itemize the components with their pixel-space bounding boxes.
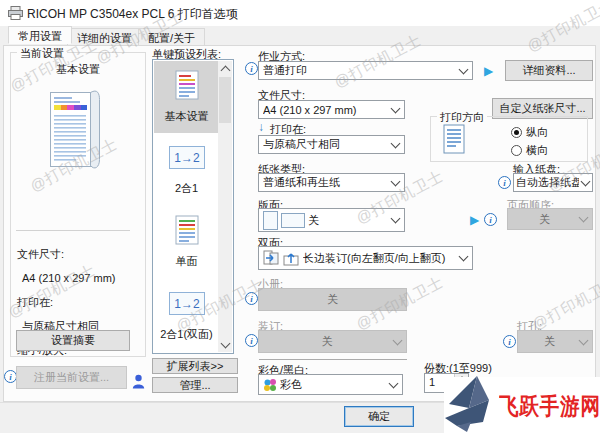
one-click-preset-list[interactable]: 基本设置 1→2 2合1 单面 1→2 2合1(双面) (152, 59, 234, 354)
ok-button[interactable]: 确定 (344, 406, 414, 427)
scroll-up-button[interactable] (218, 61, 232, 76)
1-to-2-icon: 1→2 (169, 292, 205, 315)
document-color-icon (175, 70, 199, 100)
settings-summary-button[interactable]: 设置摘要 (16, 330, 130, 351)
document-size-select[interactable]: A4 (210 x 297 mm) (258, 100, 405, 119)
play-arrow-icon: ▶ (484, 65, 493, 77)
job-type-select[interactable]: 普通打印 (258, 61, 473, 80)
info-icon[interactable]: i (503, 335, 516, 348)
radio-portrait-label: 纵向 (526, 125, 548, 140)
preset-item-single-sided[interactable]: 单面 (154, 206, 219, 278)
chevron-down-icon (391, 138, 401, 148)
divider (16, 230, 130, 231)
radio-dot (511, 145, 522, 156)
punch-select[interactable]: 关 (517, 330, 593, 353)
document-preview-image (40, 88, 110, 174)
staple-select[interactable]: 关 (258, 330, 407, 353)
scrollbar-thumb[interactable] (219, 77, 231, 123)
chevron-down-icon (579, 335, 589, 345)
input-tray-select[interactable]: 自动选择纸盘 (513, 173, 593, 192)
booklet-value: 关 (263, 292, 402, 307)
chevron-down-icon (581, 176, 591, 186)
duplex-select[interactable]: 长边装订(向左翻页/向上翻页) (258, 246, 473, 270)
scroll-down-button[interactable] (218, 337, 232, 352)
expand-list-button[interactable]: 扩展列表>> (152, 358, 238, 374)
current-preset-name: 基本设置 (10, 62, 146, 77)
radio-dot (511, 127, 522, 138)
color-dots-icon (263, 378, 277, 392)
tab-detailed-settings[interactable]: 详细的设置 (67, 28, 142, 46)
info-icon[interactable]: i (245, 292, 258, 305)
info-icon[interactable]: i (498, 176, 511, 189)
summary-doc-size-label: 文件尺寸: (17, 248, 141, 260)
color-mode-select[interactable]: 彩色 (258, 374, 403, 395)
window-title: RICOH MP C3504ex PCL 6 打印首选项 (27, 6, 238, 23)
color-mode-value: 彩色 (280, 377, 387, 392)
print-on-select[interactable]: 与原稿尺寸相同 (258, 135, 405, 154)
orientation-legend: 打印方向 (437, 110, 487, 125)
job-details-button[interactable]: 详细资料... (505, 60, 593, 81)
preset-item-label: 2合1(双面) (154, 327, 219, 342)
portrait-page-icon (443, 124, 465, 154)
print-preferences-dialog: RICOH MP C3504ex PCL 6 打印首选项 常用设置 详细的设置 … (0, 0, 600, 433)
tab-configuration-about[interactable]: 配置/关于 (138, 28, 205, 46)
down-arrow-icon: ↓ (258, 121, 264, 133)
chevron-up-icon (220, 65, 230, 75)
document-size-value: A4 (210 x 297 mm) (263, 104, 389, 116)
info-icon[interactable]: i (245, 334, 258, 347)
duplex-open-icon (282, 249, 300, 267)
layout-value: 关 (308, 213, 389, 228)
summary-doc-size-value: A4 (210 x 297 mm) (17, 272, 141, 284)
chevron-down-icon (579, 213, 589, 223)
current-settings-legend: 当前设置 (17, 46, 67, 61)
manage-button[interactable]: 管理... (152, 377, 238, 393)
paper-type-select[interactable]: 普通纸和再生纸 (258, 173, 405, 192)
summary-print-on-label: 打印在: (17, 296, 141, 308)
chevron-down-icon (391, 103, 401, 113)
radio-portrait[interactable]: 纵向 (511, 125, 548, 140)
info-icon[interactable]: i (484, 213, 497, 226)
chevron-down-icon (391, 176, 401, 186)
chevron-down-icon (220, 339, 230, 349)
page-order-value: 关 (512, 212, 577, 227)
title-bar: RICOH MP C3504ex PCL 6 打印首选项 (0, 0, 600, 26)
portrait-thumb-icon (263, 211, 278, 230)
chevron-down-icon (459, 64, 469, 74)
play-arrow-icon: ▶ (470, 214, 479, 226)
printer-icon (8, 6, 23, 20)
info-icon[interactable]: i (245, 62, 258, 75)
punch-value: 关 (522, 334, 577, 349)
site-logo-text: 飞跃手游网 (499, 391, 600, 422)
bird-logo-icon (443, 374, 497, 433)
radio-landscape-label: 横向 (526, 143, 548, 158)
duplex-flip-icon (263, 249, 279, 267)
preset-item-2in1-duplex[interactable]: 1→2 2合1(双面) (154, 279, 219, 351)
register-current-settings-button[interactable]: 注册当前设置... (16, 366, 127, 389)
paper-type-value: 普通纸和再生纸 (263, 175, 389, 190)
document-color-icon (175, 215, 199, 245)
duplex-value: 长边装订(向左翻页/向上翻页) (303, 251, 457, 266)
landscape-thumb-icon (281, 213, 305, 228)
job-type-value: 普通打印 (263, 63, 457, 78)
chevron-down-icon (389, 378, 399, 388)
input-tray-value: 自动选择纸盘 (516, 175, 579, 190)
print-on-value: 与原稿尺寸相同 (263, 137, 389, 152)
chevron-down-icon (391, 214, 401, 224)
user-icon (132, 374, 145, 389)
layout-select[interactable]: 关 (258, 208, 405, 232)
booklet-select[interactable]: 关 (258, 288, 407, 311)
preset-item-2in1[interactable]: 1→2 2合1 (154, 133, 219, 205)
tab-general-settings[interactable]: 常用设置 (8, 26, 72, 44)
chevron-down-icon (393, 335, 403, 345)
orientation-group: 打印方向 纵向 横向 (430, 116, 588, 162)
page-order-select[interactable]: 关 (507, 208, 593, 230)
preset-item-basic[interactable]: 基本设置 (154, 61, 219, 133)
chevron-down-icon (459, 252, 469, 262)
divider (259, 359, 407, 360)
preset-item-label: 基本设置 (154, 109, 219, 124)
preset-item-label: 2合1 (154, 181, 219, 196)
preset-list-scrollbar[interactable] (218, 61, 232, 352)
staple-value: 关 (263, 334, 391, 349)
1-to-2-icon: 1→2 (169, 146, 205, 169)
radio-landscape[interactable]: 横向 (511, 143, 548, 158)
